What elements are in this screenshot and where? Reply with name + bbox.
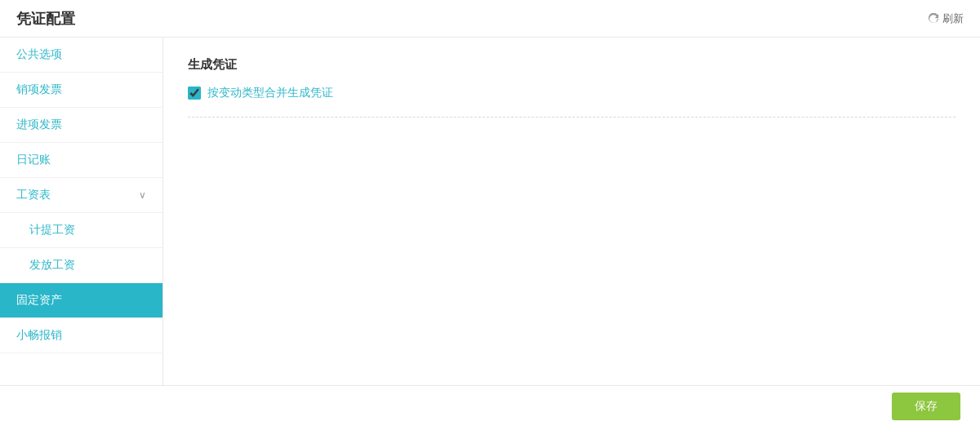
main-content: 生成凭证 按变动类型合并生成凭证	[163, 38, 980, 385]
sidebar-item-label: 公共选项	[16, 47, 62, 62]
sidebar-item-journal[interactable]: 日记账	[0, 143, 163, 178]
body-wrapper: 公共选项销项发票进项发票日记账工资表∨计提工资发放工资固定资产小畅报销 生成凭证…	[0, 38, 980, 385]
sidebar-item-label: 工资表	[16, 188, 51, 202]
refresh-button[interactable]: 刷新	[928, 11, 964, 26]
sidebar-item-label: 固定资产	[16, 293, 62, 308]
sidebar: 公共选项销项发票进项发票日记账工资表∨计提工资发放工资固定资产小畅报销	[0, 38, 163, 385]
sidebar-item-label: 小畅报销	[16, 328, 62, 343]
sidebar-item-petty-cash[interactable]: 小畅报销	[0, 318, 163, 353]
sidebar-item-label: 发放工资	[29, 258, 75, 273]
refresh-label: 刷新	[942, 11, 964, 26]
refresh-icon	[928, 13, 939, 24]
sidebar-item-payroll-accrual[interactable]: 计提工资	[0, 213, 163, 248]
sidebar-item-payroll-issue[interactable]: 发放工资	[0, 248, 163, 283]
page-title: 凭证配置	[16, 9, 75, 29]
checkbox-row: 按变动类型合并生成凭证	[188, 86, 956, 100]
divider	[188, 117, 956, 118]
header: 凭证配置 刷新	[0, 0, 980, 38]
sidebar-item-label: 进项发票	[16, 118, 62, 132]
sidebar-item-sales-invoice[interactable]: 销项发票	[0, 73, 163, 108]
sidebar-item-label: 计提工资	[29, 223, 75, 237]
sidebar-item-label: 销项发票	[16, 82, 62, 97]
merge-checkbox[interactable]	[188, 87, 201, 100]
sidebar-item-fixed-assets[interactable]: 固定资产	[0, 283, 163, 318]
save-button[interactable]: 保存	[892, 393, 960, 420]
sidebar-item-public-options[interactable]: 公共选项	[0, 38, 163, 73]
footer: 保存	[0, 385, 980, 426]
section-title: 生成凭证	[188, 57, 956, 73]
checkbox-label: 按变动类型合并生成凭证	[207, 86, 333, 100]
sidebar-item-label: 日记账	[16, 153, 51, 167]
chevron-down-icon: ∨	[139, 189, 146, 201]
sidebar-item-purchase-invoice[interactable]: 进项发票	[0, 108, 163, 143]
sidebar-item-payroll-table[interactable]: 工资表∨	[0, 178, 163, 213]
